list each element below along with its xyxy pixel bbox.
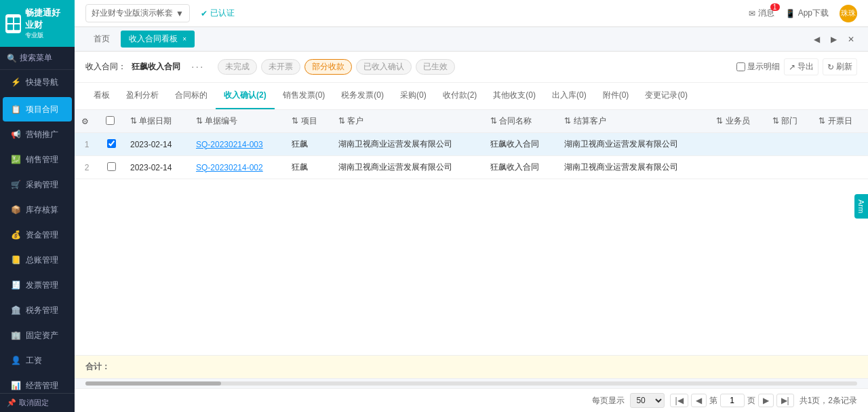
subtab-warehouse[interactable]: 出入库(0) — [544, 83, 595, 109]
next-page-button[interactable]: ▶ — [758, 394, 774, 407]
row-checkbox[interactable] — [107, 139, 116, 148]
subtab-sales-invoice[interactable]: 销售发票(0) — [275, 83, 334, 109]
app-title: 畅捷通好业财 — [25, 7, 69, 31]
customer-column[interactable]: ⇅ 客户 — [332, 110, 484, 133]
sidebar-item-inventory[interactable]: 📦 库存核算 — [3, 198, 72, 222]
row-checkbox-cell[interactable] — [99, 156, 123, 179]
prev-page-button[interactable]: ◀ — [691, 394, 707, 407]
subtab-profit[interactable]: 盈利分析 — [118, 83, 167, 109]
contract-column[interactable]: ⇅ 合同名称 — [484, 110, 558, 133]
date-column[interactable]: ⇅ 单据日期 — [123, 110, 189, 133]
subtab-purchase[interactable]: 采购(0) — [392, 83, 435, 109]
subtab-attachment[interactable]: 附件(0) — [595, 83, 637, 109]
sidebar-item-label: 工资 — [26, 355, 42, 367]
company-selector[interactable]: 好业财专业版演示帐套 ▼ — [85, 4, 190, 22]
open-date-column[interactable]: ⇅ 开票日 — [812, 110, 868, 133]
status-effective[interactable]: 已生效 — [416, 59, 455, 75]
app-download-label: App下载 — [798, 7, 829, 19]
sidebar-item-label: 固定资产 — [26, 330, 58, 341]
contract-name: 狂飙收入合同 — [132, 61, 180, 73]
message-icon: ✉ — [749, 9, 755, 18]
sidebar-item-hr[interactable]: 👤 工资 — [3, 348, 72, 373]
next-tab-icon[interactable]: ▶ — [828, 33, 840, 45]
sidebar-item-project[interactable]: 📋 项目合同 — [3, 97, 72, 121]
first-page-button[interactable]: |◀ — [670, 394, 688, 407]
export-button[interactable]: ↗ 导出 — [784, 58, 818, 75]
table-row[interactable]: 1 2023-02-14 SQ-20230214-003 狂飙 湖南卫视商业运营… — [75, 133, 868, 156]
sidebar-item-operation[interactable]: 📊 经营管理 — [3, 373, 72, 393]
settings-column[interactable]: ⚙ — [75, 110, 99, 133]
row-number-link[interactable]: SQ-20230214-003 — [196, 140, 263, 149]
arm-float-button[interactable]: Arm — [854, 193, 868, 218]
tab-home[interactable]: 首页 — [85, 31, 118, 48]
result-customer-column[interactable]: ⇅ 结算客户 — [557, 110, 709, 133]
footer-label: 合计： — [85, 361, 110, 373]
refresh-button[interactable]: ↻ 刷新 — [823, 58, 857, 75]
row-checkbox-cell[interactable] — [99, 133, 123, 156]
sidebar-item-invoice[interactable]: 🧾 发票管理 — [3, 273, 72, 297]
status-badges: 未完成 未开票 部分收款 已收入确认 已生效 — [218, 59, 455, 75]
row-num: 2 — [75, 156, 99, 179]
show-detail-checkbox[interactable] — [736, 62, 745, 71]
row-salesperson — [709, 133, 766, 156]
row-result-customer: 湖南卫视商业运营发展有限公司 — [557, 133, 709, 156]
sidebar-item-quicknav[interactable]: ⚡ 快捷导航 — [3, 70, 72, 94]
row-contract: 狂飙收入合同 — [484, 156, 558, 179]
per-page-select[interactable]: 20 50 100 — [630, 393, 665, 408]
sidebar-unpin[interactable]: 📌 取消固定 — [0, 393, 75, 412]
certified-badge: ✔ 已认证 — [201, 7, 235, 19]
show-detail-toggle[interactable]: 显示明细 — [736, 61, 780, 73]
operation-icon: 📊 — [9, 379, 22, 392]
user-name: 珠珠 — [841, 8, 856, 18]
more-options-icon[interactable]: ··· — [191, 61, 204, 73]
subtab-other[interactable]: 其他收支(0) — [485, 83, 544, 109]
row-checkbox[interactable] — [107, 162, 116, 171]
subtab-standard[interactable]: 合同标的 — [167, 83, 216, 109]
scroll-track[interactable] — [85, 381, 857, 386]
sidebar-item-label: 销售管理 — [26, 154, 58, 166]
scroll-thumb[interactable] — [85, 381, 221, 386]
last-page-button[interactable]: ▶| — [776, 394, 794, 407]
app-download-button[interactable]: 📱 App下载 — [785, 7, 829, 19]
export-icon: ↗ — [789, 62, 795, 72]
sidebar-item-sales[interactable]: 💹 销售管理 — [3, 147, 72, 172]
sidebar-item-general[interactable]: 📒 总账管理 — [3, 248, 72, 272]
subtab-kanban[interactable]: 看板 — [85, 83, 118, 109]
subtab-tax-invoice[interactable]: 税务发票(0) — [333, 83, 392, 109]
check-icon: ✔ — [201, 9, 208, 18]
project-column[interactable]: ⇅ 项目 — [285, 110, 331, 133]
page-input[interactable] — [720, 394, 745, 407]
row-number[interactable]: SQ-20230214-003 — [189, 133, 285, 156]
status-partpay[interactable]: 部分收款 — [304, 59, 352, 75]
sidebar-search[interactable]: 🔍 搜索菜单 — [0, 47, 75, 70]
subtab-change[interactable]: 变更记录(0) — [637, 83, 696, 109]
table-row[interactable]: 2 2023-02-14 SQ-20230214-002 狂飙 湖南卫视商业运营… — [75, 156, 868, 179]
sidebar-item-tax[interactable]: 🏛️ 税务管理 — [3, 298, 72, 322]
prev-tab-icon[interactable]: ◀ — [811, 33, 823, 45]
sidebar-item-marketing[interactable]: 📢 营销推广 — [3, 122, 72, 147]
tab-close-icon[interactable]: × — [182, 35, 186, 43]
settings-icon[interactable]: ⚙ — [81, 117, 89, 126]
status-confirmed[interactable]: 已收入确认 — [356, 59, 412, 75]
tab-contract-board[interactable]: 收入合同看板 × — [121, 31, 195, 48]
sidebar-item-assets[interactable]: 🏢 固定资产 — [3, 323, 72, 348]
row-number-link[interactable]: SQ-20230214-002 — [196, 163, 263, 172]
select-all-checkbox[interactable] — [106, 116, 115, 125]
salesperson-column[interactable]: ⇅ 业务员 — [709, 110, 766, 133]
table-header-row: ⚙ ⇅ 单据日期 ⇅ 单据编号 ⇅ 项目 ⇅ 客户 ⇅ 合同名称 ⇅ 结算客户 … — [75, 110, 868, 133]
sidebar-item-purchase[interactable]: 🛒 采购管理 — [3, 172, 72, 197]
status-noinvoice[interactable]: 未开票 — [261, 59, 300, 75]
department-column[interactable]: ⇅ 部门 — [766, 110, 812, 133]
subtab-receipt[interactable]: 收付款(2) — [435, 83, 486, 109]
status-incomplete[interactable]: 未完成 — [218, 59, 257, 75]
svg-rect-0 — [7, 17, 12, 22]
close-tab-icon[interactable]: ✕ — [845, 33, 857, 45]
subtab-confirm[interactable]: 收入确认(2) — [216, 83, 275, 109]
row-number[interactable]: SQ-20230214-002 — [189, 156, 285, 179]
row-result-customer: 湖南卫视商业运营发展有限公司 — [557, 156, 709, 179]
number-column[interactable]: ⇅ 单据编号 — [189, 110, 285, 133]
sidebar-item-fund[interactable]: 💰 资金管理 — [3, 223, 72, 247]
message-button[interactable]: ✉ 1 消息 — [749, 7, 774, 19]
user-avatar[interactable]: 珠珠 — [840, 5, 857, 22]
sidebar-item-label: 发票管理 — [26, 280, 58, 291]
